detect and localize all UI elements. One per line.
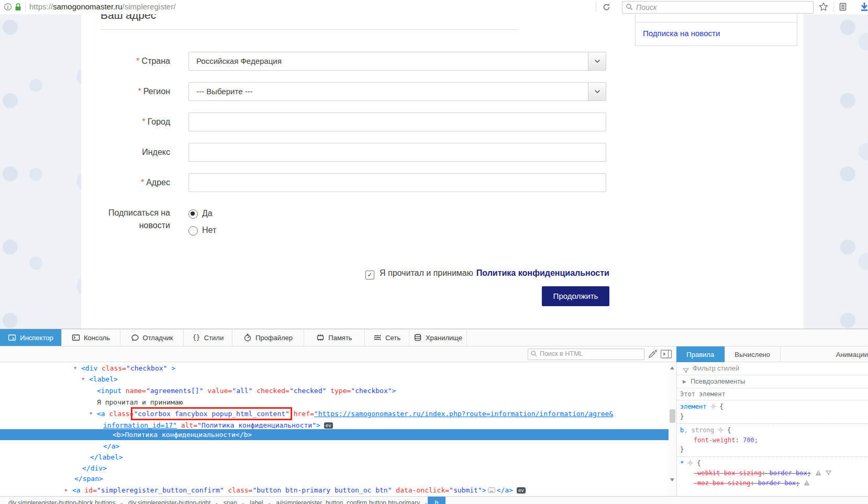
devtools-tab-profiler[interactable]: Профайлер	[232, 329, 304, 346]
code-link[interactable]: information_id=17"	[103, 421, 177, 429]
devtools-tab-network[interactable]: Сеть	[365, 329, 409, 346]
rule-selector[interactable]: *	[680, 460, 684, 467]
url-scheme: https://	[29, 2, 53, 11]
radio-no[interactable]	[188, 226, 198, 236]
required-mark: *	[142, 117, 145, 126]
markup-row[interactable]: </div>	[0, 463, 669, 474]
select-1[interactable]: --- Выберите ---	[188, 82, 606, 101]
code-link[interactable]: "https://samogonomaster.ru/index.php?rou…	[314, 410, 613, 418]
twisty-open-icon[interactable]: ▼	[82, 374, 84, 385]
devtools-tab-inspector[interactable]: Инспектор	[0, 329, 62, 346]
devtools-tab-debugger[interactable]: Отладчик	[120, 329, 184, 346]
scroll-down-icon[interactable]	[670, 478, 674, 481]
code-tag: >	[482, 486, 486, 494]
scrollbar-thumb[interactable]	[670, 409, 675, 423]
url-path: /simpleregister/	[123, 2, 176, 11]
declaration-font-weight[interactable]: font-weight: 700;	[677, 435, 868, 445]
breadcrumb-item[interactable]: a#simpleregister_button_confirm.button.b…	[271, 497, 425, 504]
tab-animations[interactable]: Анимации	[781, 346, 868, 362]
twisty-open-icon[interactable]: ▼	[74, 363, 76, 374]
devtools-tabbar: ИнспекторКонсольОтладчик{}СтилиПрофайлер…	[0, 329, 868, 346]
breadcrumb-item[interactable]: b	[428, 497, 446, 504]
search-icon	[626, 3, 633, 13]
chevron-down-icon[interactable]	[588, 83, 606, 100]
lock-icon[interactable]	[14, 3, 22, 14]
page-title: Ваш адрес	[101, 14, 156, 21]
field-value: Российская Федерация	[196, 52, 282, 70]
twisty-open-icon[interactable]: ▼	[90, 408, 92, 419]
devtools-tab-storage[interactable]: Хранилище	[409, 329, 467, 346]
devtools-tab-memory[interactable]: Память	[304, 329, 365, 346]
devtools-tab-console[interactable]: Консоль	[62, 329, 120, 346]
filter-placeholder: Фильтр стилей	[693, 362, 739, 375]
split-pane-icon[interactable]	[660, 349, 673, 362]
markup-row[interactable]: </a>	[0, 441, 669, 452]
continue-button[interactable]: Продолжить	[542, 286, 609, 306]
select-0[interactable]: Российская Федерация	[188, 52, 606, 71]
divider	[833, 2, 834, 12]
breadcrumb-item[interactable]: span	[218, 497, 242, 504]
markup-row[interactable]: ▶<a id="simpleregister_button_confirm" c…	[0, 485, 669, 496]
code-more[interactable]: …	[488, 487, 495, 493]
privacy-policy-link[interactable]: Политика конфиденциальности	[476, 268, 609, 277]
reload-icon[interactable]	[602, 3, 611, 14]
gear-icon[interactable]	[687, 460, 693, 467]
breadcrumb-item[interactable]: div.simpleregister-button-block.buttons	[3, 497, 121, 504]
pseudo-elements-row[interactable]: ▶ Псевдоэлементы	[677, 375, 868, 388]
gear-icon[interactable]	[710, 404, 716, 411]
tab-computed[interactable]: Вычислено	[725, 346, 781, 362]
rule-selector-unmatched[interactable]: , strong	[684, 427, 714, 434]
filter-icon[interactable]	[826, 470, 831, 477]
scroll-up-icon[interactable]	[670, 366, 674, 369]
code-tag: <a	[97, 410, 105, 418]
bookmarks-icon[interactable]	[838, 2, 848, 14]
pseudo-elements-label: Псевдоэлементы	[691, 375, 745, 388]
input-2[interactable]	[188, 113, 606, 131]
markup-row[interactable]: ▼<label>	[0, 374, 669, 385]
radio-yes[interactable]	[188, 209, 198, 219]
check-icon: ✓	[367, 271, 372, 278]
browser-toolbar: https://samogonomaster.ru/simpleregister…	[0, 0, 868, 15]
chevron-down-icon[interactable]	[588, 52, 606, 70]
code-tag: </a>	[103, 442, 119, 450]
agreement-checkbox[interactable]: ✓	[365, 271, 374, 279]
declaration-moz-box-sizing[interactable]: -moz-box-sizing: border-box;	[677, 478, 868, 488]
code-ev: ev	[324, 422, 333, 429]
search-field[interactable]: Поиск	[622, 1, 814, 14]
inspector-icon	[8, 333, 16, 342]
tab-rules[interactable]: Правила	[676, 346, 725, 362]
breadcrumb-item[interactable]: div.simpleregister-button-right	[123, 497, 216, 504]
search-placeholder: Поиск	[636, 3, 656, 12]
rule-selector[interactable]: элемент	[680, 403, 707, 410]
twisty-closed-icon[interactable]: ▶	[65, 485, 68, 496]
markup-scrollbar[interactable]	[669, 362, 676, 496]
markup-row[interactable]: <input name="agreements[]" value="all" c…	[0, 385, 669, 396]
tab-label: Стили	[204, 334, 224, 342]
code-tag: >	[316, 421, 320, 429]
markup-row[interactable]: </label>	[0, 452, 669, 463]
star-icon[interactable]	[818, 2, 829, 14]
edit-pen-icon[interactable]	[648, 350, 658, 361]
code-attr: class=	[105, 410, 134, 418]
markup-row[interactable]: ▼<a class="colorbox fancybox popup_html_…	[0, 408, 669, 419]
style-filter-field[interactable]: Фильтр стилей	[677, 362, 868, 375]
breadcrumb-item[interactable]: label	[244, 497, 268, 504]
declaration-webkit-box-sizing[interactable]: -webkit-box-sizing: border-box;	[677, 468, 868, 478]
account-sidebar: Подписка на новости	[635, 14, 797, 46]
markup-row[interactable]: <b>Политика конфиденциальности</b>	[0, 429, 669, 440]
html-search-field[interactable]: Поиск в HTML	[528, 349, 644, 360]
input-4[interactable]	[188, 173, 606, 192]
markup-row[interactable]: </span>	[0, 473, 669, 484]
sidebar-item-newsletter[interactable]: Подписка на новости	[636, 23, 797, 44]
code-tag: <b>	[113, 431, 125, 439]
download-icon[interactable]	[859, 2, 868, 14]
gear-icon[interactable]	[718, 427, 724, 434]
input-3[interactable]	[188, 143, 606, 162]
devtools-tab-braces[interactable]: {}Стили	[184, 329, 232, 346]
markup-row[interactable]: Я прочитал и принимаю	[0, 397, 669, 408]
info-icon[interactable]	[4, 3, 12, 13]
this-element-header: Этот элемент	[677, 388, 868, 400]
code-attr: value=	[204, 387, 232, 395]
markup-row[interactable]: ▼<div class="checkbox" >	[0, 363, 669, 374]
url-bar[interactable]: https://samogonomaster.ru/simpleregister…	[29, 2, 175, 11]
